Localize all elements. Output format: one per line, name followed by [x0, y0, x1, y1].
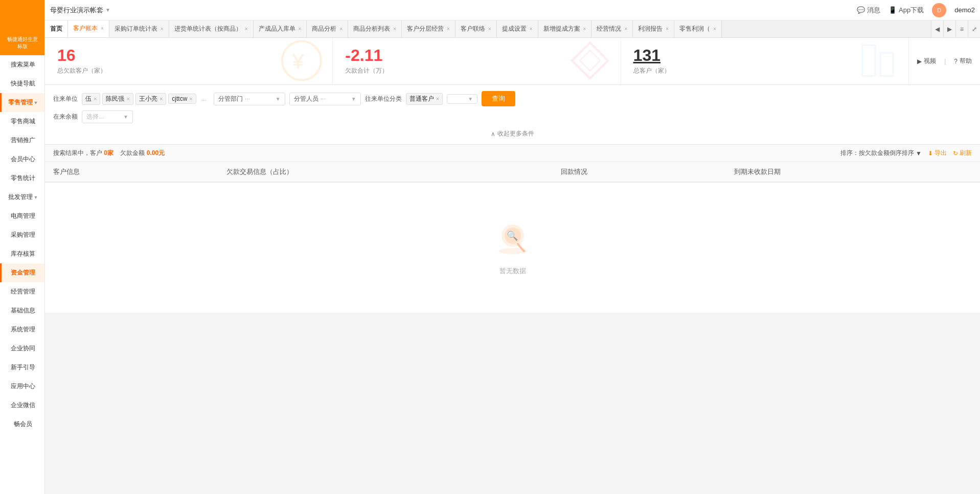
- sidebar-item-label: 资金管理: [11, 269, 35, 276]
- balance-input[interactable]: 选择... ▼: [82, 110, 133, 123]
- tab-label: 首页: [50, 25, 62, 33]
- refresh-button[interactable]: ↻ 刷新: [953, 149, 972, 158]
- sidebar-item-ecommerce[interactable]: 电商管理: [0, 207, 44, 226]
- export-button[interactable]: ⬇ 导出: [928, 149, 947, 158]
- stat-label-amount: 欠款合计（万）: [345, 66, 608, 75]
- tab-close-icon[interactable]: ×: [713, 26, 716, 32]
- tab-close-icon[interactable]: ×: [101, 26, 104, 31]
- sort-button[interactable]: 排序：按欠款金额倒序排序 ▼: [840, 149, 922, 158]
- tag-close-icon[interactable]: ×: [189, 96, 192, 102]
- account-selector[interactable]: 母婴行业演示帐套 ▼: [50, 6, 110, 15]
- sidebar-item-marketing[interactable]: 营销推广: [0, 131, 44, 150]
- stat-bg-diamond-icon: [569, 40, 610, 82]
- sidebar-item-wecom[interactable]: 企业微信: [0, 396, 44, 415]
- collapse-button[interactable]: ∧ 收起更多条件: [53, 127, 972, 138]
- unit-class-select[interactable]: ▼: [447, 94, 477, 104]
- tab-close-icon[interactable]: ×: [624, 26, 627, 32]
- tag-close-icon[interactable]: ×: [436, 96, 439, 102]
- tab-next-button[interactable]: ▶: [943, 20, 955, 38]
- help-button[interactable]: ? 帮助: [954, 57, 972, 65]
- message-label: 消息: [867, 6, 880, 15]
- filter-area: 往来单位 伍×陈民强×王小亮×cjttcw×... 分管部门 ··· ▼ 分管人…: [45, 85, 980, 145]
- tab-close-icon[interactable]: ×: [245, 26, 248, 32]
- sidebar-item-finance[interactable]: 资金管理: [0, 263, 44, 282]
- tab-close-icon[interactable]: ×: [583, 26, 586, 32]
- tab-maximize-button[interactable]: ⤢: [968, 20, 980, 38]
- sidebar-item-basic[interactable]: 基础信息: [0, 301, 44, 320]
- sidebar-item-nav[interactable]: 快捷导航: [0, 74, 44, 93]
- unit-filter-label: 往来单位: [53, 95, 78, 103]
- tab-close-icon[interactable]: ×: [161, 26, 164, 32]
- tab-boost-settings[interactable]: 提成设置×: [497, 20, 538, 38]
- tab-purchase-order[interactable]: 采购订单统计表×: [109, 20, 169, 38]
- unit-class-arrow-icon: ▼: [468, 96, 473, 102]
- tab-retail-profit[interactable]: 零售利润（×: [674, 20, 722, 38]
- app-download-button[interactable]: 📱 App下载: [888, 6, 924, 15]
- tab-customer-contact[interactable]: 客户联络×: [455, 20, 497, 38]
- video-button[interactable]: ▶ 视频: [917, 57, 936, 65]
- tab-close-icon[interactable]: ×: [666, 26, 669, 32]
- sidebar-item-vip[interactable]: 畅会员: [0, 415, 44, 434]
- tabbar: 首页客户账本×采购订单统计表×进货单统计表（按商品）×产成品入库单×商品分析×商…: [45, 20, 980, 38]
- sidebar-item-operation[interactable]: 经营管理: [0, 282, 44, 301]
- tab-label: 商品分析: [312, 25, 336, 33]
- tag-close-icon[interactable]: ×: [159, 96, 163, 102]
- sidebar-item-guide[interactable]: 新手引导: [0, 358, 44, 377]
- sidebar-item-search[interactable]: 搜索菜单: [0, 55, 44, 74]
- tab-profit-report[interactable]: 利润报告×: [633, 20, 674, 38]
- sidebar-item-retail-stats[interactable]: 零售统计: [0, 169, 44, 188]
- unit-class-label: 往来单位分类: [365, 95, 402, 103]
- sidebar-item-label: 采购管理: [11, 231, 35, 238]
- tag-close-icon[interactable]: ×: [94, 96, 97, 102]
- search-button[interactable]: 查询: [482, 91, 515, 106]
- sidebar-item-collab[interactable]: 企业协同: [0, 339, 44, 358]
- tab-close-icon[interactable]: ×: [393, 26, 396, 32]
- tab-label: 经营情况: [597, 25, 621, 33]
- tab-close-icon[interactable]: ×: [447, 26, 450, 32]
- sidebar-item-purchase[interactable]: 采购管理: [0, 226, 44, 244]
- tab-list-button[interactable]: ≡: [955, 20, 968, 38]
- message-button[interactable]: 💬 消息: [857, 6, 880, 15]
- topbar: 母婴行业演示帐套 ▼ 💬 消息 📱 App下载 D demo2: [45, 0, 980, 20]
- tab-close-icon[interactable]: ×: [299, 26, 302, 32]
- tab-label: 客户联络: [461, 25, 485, 33]
- balance-placeholder: 选择...: [86, 113, 104, 121]
- sidebar-item-wholesale[interactable]: 批发管理▼: [0, 188, 44, 207]
- tab-goods-stats[interactable]: 进货单统计表（按商品）×: [169, 20, 254, 38]
- tab-new-boost[interactable]: 新增提成方案×: [538, 20, 592, 38]
- dept-filter[interactable]: 分管部门 ··· ▼: [214, 93, 285, 105]
- tab-customer-layer[interactable]: 客户分层经营×: [402, 20, 455, 38]
- tab-operation[interactable]: 经营情况×: [591, 20, 633, 38]
- account-name: 母婴行业演示帐套: [50, 6, 103, 15]
- tab-home[interactable]: 首页: [45, 20, 68, 38]
- tab-goods-list[interactable]: 商品分析列表×: [348, 20, 402, 38]
- export-icon: ⬇: [928, 150, 933, 157]
- message-icon: 💬: [857, 6, 865, 14]
- tab-close-icon[interactable]: ×: [530, 26, 533, 32]
- empty-cell: 🔍 暂无数据: [45, 182, 980, 313]
- sidebar-item-retail[interactable]: 零售管理▼: [0, 93, 44, 112]
- tab-close-icon[interactable]: ×: [339, 26, 343, 32]
- person-more-icon: ···: [321, 95, 326, 102]
- username-label[interactable]: demo2: [954, 6, 975, 14]
- results-amount: 0.00元: [147, 149, 165, 156]
- stat-value-amount: -2.11: [345, 47, 608, 63]
- empty-text: 暂无数据: [499, 266, 526, 276]
- person-filter[interactable]: 分管人员 ··· ▼: [289, 93, 361, 105]
- sidebar-item-system[interactable]: 系统管理: [0, 320, 44, 339]
- svg-text:🔍: 🔍: [507, 230, 518, 241]
- tab-customer-book[interactable]: 客户账本×: [68, 20, 109, 38]
- tab-goods-analysis[interactable]: 商品分析×: [307, 20, 348, 38]
- unit-tag-王小亮: 王小亮×: [135, 93, 166, 105]
- sidebar-item-retail-mall[interactable]: 零售商城: [0, 112, 44, 131]
- tag-close-icon[interactable]: ×: [126, 96, 129, 102]
- sidebar-item-label: 快捷导航: [11, 80, 35, 87]
- sidebar-item-inventory[interactable]: 库存核算: [0, 244, 44, 263]
- tab-production[interactable]: 产成品入库单×: [254, 20, 307, 38]
- sidebar-item-member[interactable]: 会员中心: [0, 150, 44, 169]
- tab-prev-button[interactable]: ◀: [931, 20, 943, 38]
- tab-close-icon[interactable]: ×: [488, 26, 491, 32]
- sidebar-item-apps[interactable]: 应用中心: [0, 377, 44, 396]
- table-head: 客户信息欠款交易信息（占比）回款情况到期未收款日期: [45, 162, 980, 182]
- dept-arrow-icon: ▼: [276, 96, 281, 102]
